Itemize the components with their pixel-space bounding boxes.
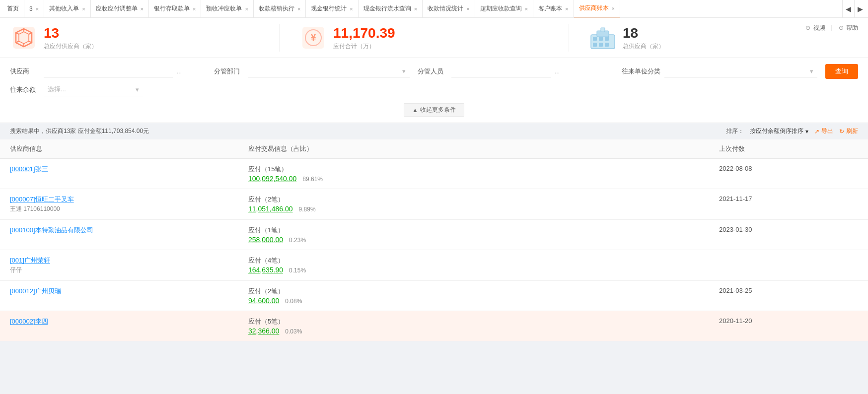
payable-suppliers-icon	[10, 24, 38, 52]
close-icon[interactable]: ×	[525, 6, 528, 12]
sort-label: 排序：	[726, 127, 744, 135]
nav-tab-cash-bank-stat[interactable]: 现金银行统计 ×	[306, 0, 358, 18]
sort-value: 按应付余额倒序排序	[750, 127, 803, 135]
nav-tab-other-income[interactable]: 其他收入单 ×	[44, 0, 90, 18]
nav-tab-customer-ledger[interactable]: 客户账本 ×	[533, 0, 574, 18]
supplier-info-1: [000007]恒旺二手叉车 王通 17106110000	[10, 195, 248, 213]
trans-label-4: 应付（2笔）	[248, 287, 719, 296]
balance-select[interactable]: 选择... ▾	[44, 83, 143, 96]
close-icon[interactable]: ×	[414, 6, 417, 12]
nav-tab-collection-stat[interactable]: 收款情况统计 ×	[423, 0, 475, 18]
supplier-dots[interactable]: ...	[177, 68, 182, 75]
nav-prev-button[interactable]: ◀	[842, 0, 854, 18]
svg-rect-13	[593, 37, 597, 41]
transaction-info-3: 应付（4笔） 164,635.90 0.15%	[248, 256, 719, 274]
trans-label-2: 应付（1笔）	[248, 226, 719, 235]
collapse-button[interactable]: ▲ 收起更多条件	[404, 103, 464, 117]
supplier-sub-3: 仔仔	[10, 266, 248, 274]
trans-pct-4: 0.08%	[285, 298, 302, 305]
transaction-info-5: 应付（5笔） 32,366.00 0.03%	[248, 317, 719, 335]
supplier-info-0: [000001]张三	[10, 165, 248, 174]
filter-area: 供应商 ... 分管部门 ▾ 分管人员 ... 往来单位分类 ▾ 查询 往来	[0, 58, 868, 123]
trans-amount-1[interactable]: 11,051,486.00	[248, 205, 293, 213]
search-button[interactable]: 查询	[825, 64, 858, 79]
trans-pct-3: 0.15%	[289, 267, 306, 274]
supplier-input[interactable]	[44, 66, 173, 77]
total-suppliers-label: 总供应商（家）	[623, 42, 664, 51]
svg-rect-18	[605, 43, 609, 47]
nav-tab-collection[interactable]: 收款核销执行 ×	[254, 0, 306, 18]
balance-label: 往来余额	[10, 85, 40, 94]
results-summary: 搜索结果中，供应商13家 应付金额111,703,854.00元	[10, 127, 149, 135]
nav-tab-overdue[interactable]: 超期应收款查询 ×	[475, 0, 533, 18]
svg-rect-14	[599, 37, 603, 41]
department-select[interactable]: ▾	[248, 66, 410, 77]
nav-tab-cash-flow[interactable]: 现金银行流水查询 ×	[359, 0, 423, 18]
payable-suppliers-number: 13	[44, 25, 97, 42]
refresh-button[interactable]: ↻ 刷新	[839, 127, 858, 135]
filter-row-1: 供应商 ... 分管部门 ▾ 分管人员 ... 往来单位分类 ▾ 查询	[10, 64, 858, 79]
trans-amount-0[interactable]: 100,092,540.00	[248, 175, 296, 183]
close-icon[interactable]: ×	[565, 6, 568, 12]
supplier-link-4[interactable]: [000012]广州贝瑞	[10, 287, 248, 296]
filter-balance: 往来余额 选择... ▾	[10, 83, 149, 96]
trans-amount-5[interactable]: 32,366.00	[248, 327, 279, 335]
svg-rect-16	[593, 43, 597, 47]
supplier-info-2: [000100]本特勤油品有限公司	[10, 226, 248, 235]
video-link[interactable]: ⊙ 视频	[805, 24, 825, 32]
person-input[interactable]	[451, 66, 551, 77]
filter-supplier: 供应商 ...	[10, 66, 206, 77]
nav-tab-home[interactable]: 首页	[2, 0, 24, 18]
nav-tab-ar-ap-adjust[interactable]: 应收应付调整单 ×	[91, 0, 149, 18]
export-button[interactable]: ↗ 导出	[814, 127, 833, 135]
close-icon[interactable]: ×	[141, 6, 144, 12]
nav-arrows: ◀ ▶	[842, 0, 866, 18]
close-icon[interactable]: ×	[82, 6, 85, 12]
svg-rect-15	[605, 37, 609, 41]
supplier-link-5[interactable]: [000002]李四	[10, 317, 248, 326]
close-icon[interactable]: ×	[466, 6, 469, 12]
supplier-info-5: [000002]李四	[10, 317, 248, 326]
payable-suppliers-label: 总应付供应商（家）	[44, 42, 97, 51]
trans-amount-2[interactable]: 258,000.00	[248, 236, 283, 244]
last-payment-2: 2023-01-30	[719, 226, 858, 233]
chevron-down-icon: ▾	[810, 67, 813, 75]
table-row: [000012]广州贝瑞 应付（2笔） 94,600.00 0.08% 2021…	[0, 281, 868, 311]
trans-pct-0: 89.61%	[302, 176, 323, 183]
supplier-link-1[interactable]: [000007]恒旺二手叉车	[10, 195, 248, 204]
supplier-link-2[interactable]: [000100]本特勤油品有限公司	[10, 226, 248, 235]
trans-amount-3[interactable]: 164,635.90	[248, 266, 283, 274]
close-icon[interactable]: ×	[193, 6, 196, 12]
table-container: 供应商信息 应付交易信息（占比） 上次付数 [000001]张三 应付（15笔）…	[0, 139, 868, 341]
close-icon[interactable]: ×	[297, 6, 300, 12]
nav-tab-prepay[interactable]: 预收冲应收单 ×	[201, 0, 253, 18]
person-dots[interactable]: ...	[555, 68, 560, 75]
nav-tab-supplier-ledger[interactable]: 供应商账本 ×	[574, 0, 620, 18]
trans-label-1: 应付（2笔）	[248, 195, 719, 204]
stat-card-payable-suppliers: 13 总应付供应商（家）	[10, 24, 280, 52]
svg-text:¥: ¥	[310, 32, 316, 43]
trans-pct-1: 9.89%	[299, 206, 316, 213]
svg-rect-20	[601, 28, 605, 32]
nav-tab-bank-deposit[interactable]: 银行存取款单 ×	[149, 0, 201, 18]
nav-next-button[interactable]: ▶	[854, 0, 866, 18]
nav-tab-3[interactable]: 3 ×	[24, 0, 44, 18]
table-header: 供应商信息 应付交易信息（占比） 上次付数	[0, 139, 868, 159]
close-icon[interactable]: ×	[612, 5, 615, 11]
chevron-down-icon: ▾	[805, 128, 808, 135]
last-payment-5: 2020-11-20	[719, 317, 858, 325]
sort-select[interactable]: 按应付余额倒序排序 ▾	[750, 127, 808, 135]
unit-type-select[interactable]: ▾	[664, 66, 818, 77]
close-icon[interactable]: ×	[350, 6, 353, 12]
close-icon[interactable]: ×	[245, 6, 248, 12]
supplier-link-0[interactable]: [000001]张三	[10, 165, 248, 174]
last-payment-0: 2022-08-08	[719, 165, 858, 172]
svg-rect-17	[599, 43, 603, 47]
help-link[interactable]: ⊙ 帮助	[839, 24, 858, 32]
trans-amount-4[interactable]: 94,600.00	[248, 297, 279, 305]
total-suppliers-icon	[589, 24, 617, 52]
chevron-down-icon: ▾	[402, 67, 406, 75]
close-icon[interactable]: ×	[36, 6, 39, 12]
trans-pct-5: 0.03%	[285, 328, 302, 335]
supplier-link-3[interactable]: [001]广州荣轩	[10, 256, 248, 265]
